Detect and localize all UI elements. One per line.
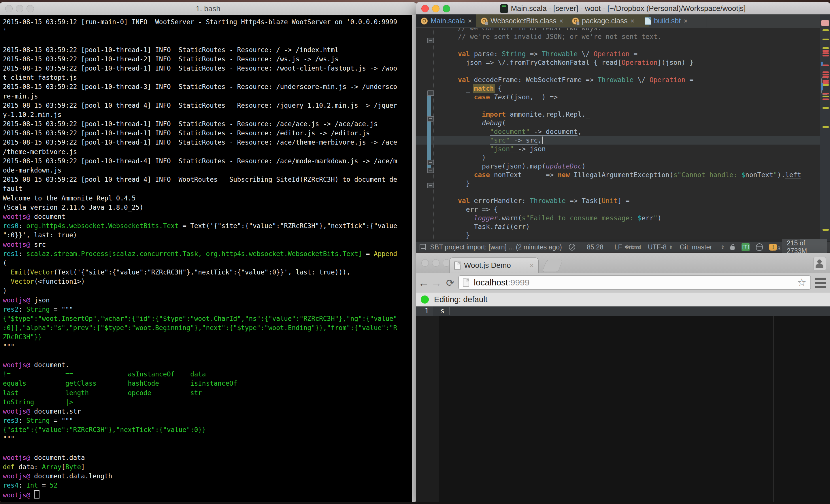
- minimize-icon[interactable]: [432, 259, 440, 267]
- stripe-mark[interactable]: [823, 65, 829, 66]
- page-icon: [454, 262, 460, 270]
- tab-package-class[interactable]: O package.class ×: [568, 14, 649, 27]
- new-tab-button[interactable]: [542, 260, 563, 272]
- text-span: 2015-08-15 03:59:22 [pool-10-thread-4] I…: [3, 102, 397, 109]
- stripe-mark[interactable]: [823, 82, 829, 84]
- text-span: res4: [3, 481, 19, 489]
- close-icon[interactable]: ×: [468, 17, 472, 25]
- code-line: "src" -> src,: [416, 136, 820, 144]
- reload-button[interactable]: ⟳: [444, 275, 456, 291]
- stripe-mark[interactable]: [823, 50, 829, 52]
- stripe-mark[interactable]: [823, 84, 829, 86]
- stripe-mark[interactable]: [823, 80, 829, 82]
- chevron-updown-icon[interactable]: ⇕: [721, 244, 724, 250]
- code-text[interactable]: // we can fail in at least two ways.// w…: [416, 28, 820, 240]
- close-icon[interactable]: ×: [683, 17, 688, 25]
- code-line: [416, 41, 820, 49]
- tab-websocketbits-class[interactable]: O WebsocketBits.class ×: [476, 14, 577, 27]
- stripe-mark[interactable]: [823, 229, 829, 231]
- stripe-mark[interactable]: [821, 83, 823, 91]
- text-span: :: [19, 417, 26, 424]
- close-icon[interactable]: ×: [560, 17, 564, 25]
- stripe-mark[interactable]: [823, 53, 829, 54]
- url-text[interactable]: localhost:9999: [474, 278, 793, 288]
- text-span: .warn(: [498, 214, 522, 222]
- tab-main-scala[interactable]: O Main.scala ×: [416, 14, 485, 27]
- tab-build-sbt[interactable]: build.sbt ×: [640, 14, 706, 27]
- fold-marker-icon[interactable]: [427, 116, 434, 122]
- close-icon[interactable]: ×: [530, 262, 534, 270]
- close-icon[interactable]: [421, 259, 429, 267]
- stripe-mark[interactable]: [823, 76, 829, 78]
- fold-marker-icon[interactable]: [427, 160, 434, 165]
- terminal-line: t-client-fastopt.js: [3, 73, 412, 82]
- address-bar[interactable]: localhost:9999 ☆: [458, 275, 811, 290]
- text-span: String: [502, 50, 526, 58]
- event-log-icon[interactable]: !: [769, 244, 777, 250]
- git-branch[interactable]: Git: master: [679, 243, 712, 251]
- text-span: 2015-08-15 03:59:22 [pool-10-thread-1] I…: [3, 120, 378, 128]
- terminal-scrollbar[interactable]: [412, 15, 416, 502]
- caret-position[interactable]: 85:28: [587, 243, 604, 251]
- stripe-mark[interactable]: [823, 39, 829, 40]
- text-span: document.data: [30, 454, 85, 461]
- bookmark-star-icon[interactable]: ☆: [797, 276, 806, 289]
- text-span: ): [3, 287, 7, 294]
- stripe-mark[interactable]: [823, 93, 829, 95]
- inspections-hector-icon[interactable]: [756, 243, 763, 251]
- stripe-mark[interactable]: [823, 99, 829, 100]
- code-editor[interactable]: // we can fail in at least two ways.// w…: [416, 28, 820, 241]
- text-span: ": [653, 214, 658, 222]
- text-span: \/: [634, 76, 649, 83]
- text-span: new: [558, 171, 570, 178]
- text-span: ](json) }: [658, 59, 693, 66]
- terminal-titlebar[interactable]: 1. bash: [0, 2, 416, 15]
- ace-editor-active-line[interactable]: 1 s: [416, 306, 830, 316]
- browser-tab[interactable]: Woot.js Demo ×: [449, 258, 539, 273]
- terminal-line: 2015-08-15 03:59:22 [pool-10-thread-1] I…: [3, 129, 412, 138]
- back-button[interactable]: ←: [417, 275, 430, 291]
- stripe-mark[interactable]: [823, 71, 829, 73]
- close-icon[interactable]: ×: [630, 17, 634, 25]
- text-span: 2015-08-15 03:59:22 [pool-10-thread-1] I…: [3, 138, 397, 146]
- error-stripe[interactable]: [820, 14, 830, 241]
- stripe-mark[interactable]: [823, 29, 829, 31]
- stripe-mark[interactable]: [823, 47, 829, 49]
- ace-editor-body[interactable]: [416, 316, 830, 502]
- text-span: val: [458, 50, 470, 58]
- code-line: [416, 188, 820, 196]
- text-span: Array: [42, 463, 61, 471]
- menu-icon[interactable]: [815, 278, 826, 288]
- stripe-mark[interactable]: [823, 74, 829, 75]
- forward-button[interactable]: →: [430, 275, 443, 291]
- encoding-selector[interactable]: UTF-8⇕: [648, 243, 672, 251]
- stripe-mark[interactable]: [823, 96, 829, 97]
- text-span: 2015-08-15 03:59:22 [pool-10-thread-1] I…: [3, 46, 339, 54]
- text-span: (Scala version 2.11.6 Java 1.8.0_25): [3, 204, 143, 211]
- text-span: Append: [374, 250, 397, 258]
- stripe-mark[interactable]: [823, 107, 829, 109]
- status-message[interactable]: SBT project import: [warn] ... (2 minute…: [430, 243, 562, 251]
- toggle-panels-icon[interactable]: [420, 244, 426, 250]
- text-span: t-client-fastopt.js: [3, 74, 77, 81]
- line-ending-selector[interactable]: LF�informal: [614, 243, 640, 251]
- fold-marker-icon[interactable]: [427, 183, 434, 188]
- stripe-mark[interactable]: [823, 55, 829, 57]
- fold-marker-icon[interactable]: [427, 168, 434, 173]
- background-tasks-icon[interactable]: [569, 244, 575, 250]
- profile-icon[interactable]: [813, 257, 826, 271]
- fold-marker-icon[interactable]: [427, 38, 434, 43]
- text-span: 2015-08-15 03:59:22 [pool-10-thread-3] I…: [3, 83, 397, 91]
- text-span: case: [474, 171, 490, 178]
- ide-titlebar[interactable]: Main.scala - [server] - woot - [~/Dropbo…: [416, 2, 830, 15]
- text-span: ZRcRC3H"}}: [3, 333, 42, 341]
- stripe-mark[interactable]: [823, 126, 829, 128]
- browser-window-controls[interactable]: [421, 259, 450, 267]
- terminal-output[interactable]: 2015-08-15 03:59:12 [run-main-0] INFO Wo…: [0, 15, 412, 502]
- stripe-mark[interactable]: [821, 20, 829, 26]
- document-text[interactable]: s: [440, 306, 444, 316]
- fold-marker-icon[interactable]: [427, 91, 434, 96]
- readonly-lock-icon[interactable]: [730, 246, 735, 250]
- browser-toolbar: ← → ⟳ localhost:9999 ☆: [416, 273, 830, 293]
- typing-mode-badge[interactable]: [T]: [741, 243, 749, 251]
